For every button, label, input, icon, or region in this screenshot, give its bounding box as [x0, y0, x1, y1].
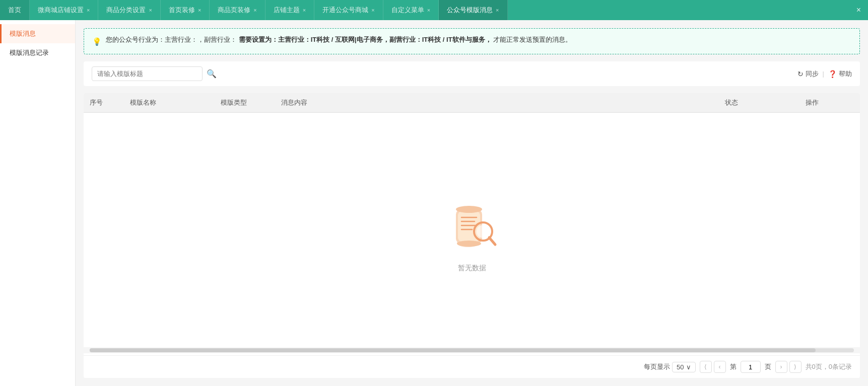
page-label: 第	[728, 362, 739, 371]
page-size-label: 每页显示	[644, 362, 670, 371]
notice-icon: 💡	[92, 36, 102, 48]
tab-close-icon[interactable]: ×	[496, 8, 499, 13]
svg-line-11	[489, 238, 495, 245]
tab-close-icon[interactable]: ×	[371, 8, 374, 13]
tab-close-icon[interactable]: ×	[198, 8, 201, 13]
prev-page-button[interactable]: ‹	[714, 361, 726, 373]
tab-product-decor[interactable]: 商品页装修×	[210, 0, 265, 20]
sync-button[interactable]: ↻ 同步	[797, 69, 819, 79]
tab-close-icon[interactable]: ×	[149, 8, 152, 13]
search-input[interactable]	[92, 66, 203, 81]
empty-state: 暂无数据	[84, 113, 860, 345]
chevron-down-icon: ∨	[686, 363, 691, 371]
table-header: 序号模版名称模版类型消息内容状态操作	[84, 93, 860, 113]
search-bar: 🔍 ↻ 同步 | ❓ 帮助	[84, 61, 860, 86]
sync-icon: ↻	[797, 70, 804, 78]
sync-label: 同步	[806, 69, 819, 79]
search-bar-right: ↻ 同步 | ❓ 帮助	[797, 69, 852, 79]
svg-point-8	[457, 241, 481, 247]
data-table: 序号模版名称模版类型消息内容状态操作	[84, 93, 860, 378]
sidebar-item-template-msg[interactable]: 模版消息	[0, 24, 75, 43]
help-label: 帮助	[839, 69, 852, 79]
tab-wshop-setting[interactable]: 微商城店铺设置×	[30, 0, 98, 20]
page-size-dropdown[interactable]: 50 ∨	[672, 362, 695, 372]
scrollbar-track	[90, 348, 854, 352]
tab-custom-menu[interactable]: 自定义菜单×	[383, 0, 439, 20]
total-info: 共0页，0条记录	[806, 362, 852, 371]
first-page-button[interactable]: ⟨	[700, 361, 712, 373]
help-icon: ❓	[828, 70, 837, 78]
tab-label: 商品页装修	[218, 6, 250, 15]
tab-label: 微商城店铺设置	[38, 6, 84, 15]
page-unit: 页	[763, 362, 773, 371]
tab-close-icon[interactable]: ×	[427, 8, 430, 13]
tab-product-category[interactable]: 商品分类设置×	[98, 0, 160, 20]
empty-text: 暂无数据	[458, 264, 486, 273]
horizontal-scrollbar[interactable]	[84, 347, 860, 353]
scrollbar-thumb[interactable]	[90, 348, 816, 352]
svg-point-7	[456, 206, 482, 213]
notice-box: 💡 您的公众号行业为：主营行业：，副营行业： 需要设置为：主营行业：IT科技 /…	[84, 28, 860, 54]
next-page-button[interactable]: ›	[775, 361, 787, 373]
tab-label: 公众号模版消息	[447, 6, 493, 15]
tab-close-icon[interactable]: ×	[87, 8, 90, 13]
content-area: 💡 您的公众号行业为：主营行业：，副营行业： 需要设置为：主营行业：IT科技 /…	[76, 20, 868, 386]
tab-close-icon[interactable]: ×	[303, 8, 306, 13]
last-page-button[interactable]: ⟩	[789, 361, 802, 373]
tab-label: 首页装修	[169, 6, 195, 15]
search-icon[interactable]: 🔍	[207, 69, 217, 79]
page-size-selector: 每页显示 50 ∨	[644, 362, 695, 372]
tab-template-msg[interactable]: 公众号模版消息×	[439, 0, 507, 20]
tab-open-mall[interactable]: 开通公众号商城×	[314, 0, 383, 20]
tab-label: 商品分类设置	[106, 6, 146, 15]
help-button[interactable]: ❓ 帮助	[828, 69, 852, 79]
table-header-content: 消息内容	[275, 93, 719, 112]
page-size-value: 50	[677, 363, 684, 371]
empty-icon	[442, 195, 502, 256]
table-header-name: 模版名称	[124, 93, 215, 112]
search-bar-left: 🔍	[92, 66, 217, 81]
notice-text: 您的公众号行业为：主营行业：，副营行业： 需要设置为：主营行业：IT科技 / 互…	[106, 35, 572, 45]
svg-point-10	[477, 225, 490, 238]
tab-label: 开通公众号商城	[322, 6, 368, 15]
tab-label: 首页	[8, 6, 21, 15]
pagination: 每页显示 50 ∨ ⟨ ‹ 第 页 › ⟩ 共0页，0条记录	[84, 355, 860, 378]
tab-close-icon[interactable]: ×	[253, 8, 256, 13]
divider: |	[823, 70, 824, 78]
table-header-status: 状态	[719, 93, 799, 112]
tab-home-decor[interactable]: 首页装修×	[161, 0, 210, 20]
tab-home[interactable]: 首页	[0, 0, 30, 20]
current-page-input[interactable]	[741, 361, 761, 373]
sidebar: 模版消息模版消息记录	[0, 20, 76, 386]
top-nav-bar: 首页微商城店铺设置×商品分类设置×首页装修×商品页装修×店铺主题×开通公众号商城…	[0, 0, 868, 20]
main-layout: 模版消息模版消息记录 💡 您的公众号行业为：主营行业：，副营行业： 需要设置为：…	[0, 20, 868, 386]
tab-label: 店铺主题	[274, 6, 300, 15]
tab-label: 自定义菜单	[391, 6, 424, 15]
tab-shop-theme[interactable]: 店铺主题×	[265, 0, 314, 20]
table-header-action: 操作	[799, 93, 860, 112]
notice-highlight: 需要设置为：主营行业：IT科技 / 互联网|电子商务，副营行业：IT科技 / I…	[239, 36, 492, 43]
page-navigation: ⟨ ‹ 第 页 › ⟩	[700, 361, 802, 373]
close-all-button[interactable]: ×	[849, 0, 868, 20]
table-header-type: 模版类型	[215, 93, 275, 112]
sidebar-item-template-msg-log[interactable]: 模版消息记录	[0, 43, 75, 62]
table-header-index: 序号	[84, 93, 124, 112]
